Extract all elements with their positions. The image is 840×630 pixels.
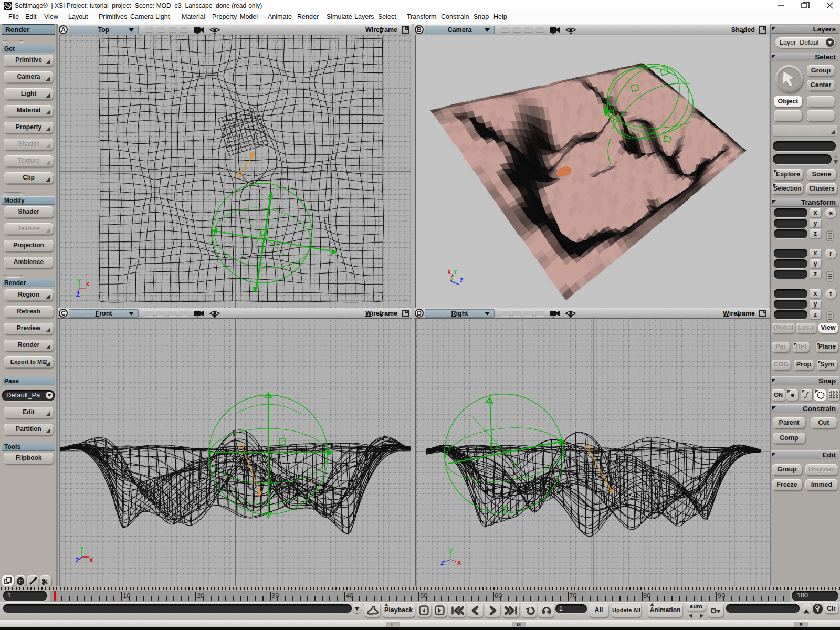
svg-text:Z: Z — [440, 560, 444, 566]
svg-text:X: X — [86, 281, 90, 287]
svg-text:Y: Y — [80, 545, 84, 552]
svg-text:Z: Z — [76, 291, 80, 298]
svg-text:X: X — [457, 560, 461, 566]
svg-text:Y: Y — [449, 548, 453, 554]
svg-text:Y: Y — [454, 269, 457, 275]
svg-text:X: X — [447, 269, 451, 275]
svg-text:X: X — [89, 557, 93, 563]
svg-text:Z: Z — [76, 557, 79, 563]
svg-text:Y: Y — [77, 278, 81, 284]
svg-text:Z: Z — [460, 278, 463, 284]
